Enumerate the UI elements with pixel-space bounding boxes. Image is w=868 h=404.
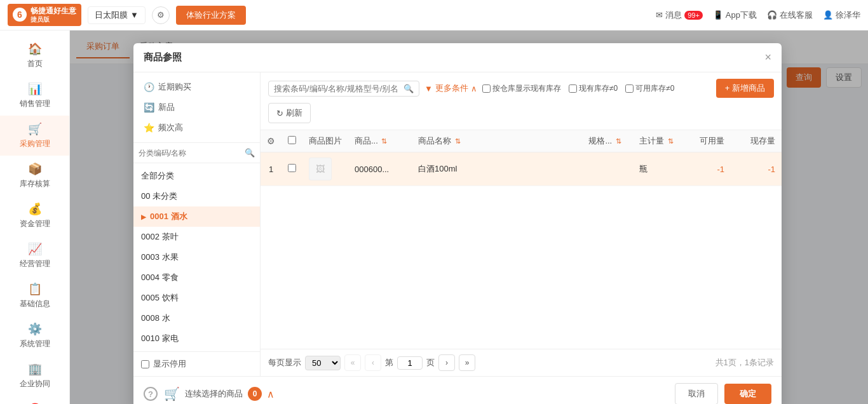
category-item-tea[interactable]: 0002 茶叶 [133, 227, 260, 247]
product-search-input[interactable] [274, 84, 401, 93]
sidebar-item-finance[interactable]: 💰 资金管理 [0, 196, 69, 236]
row-name-cell: 白酒100ml [412, 152, 582, 186]
table-header: ⚙ 商品图片 商品... [261, 130, 782, 152]
table-header-row: ⚙ 商品图片 商品... [261, 130, 782, 152]
logo-sub-text: 捷员版 [31, 16, 76, 24]
category-item-all[interactable]: 全部分类 [133, 166, 260, 186]
page-size-select[interactable]: 50 20 100 [305, 356, 341, 370]
col-spec-header[interactable]: 规格... ⇅ [582, 130, 633, 152]
category-search-icon[interactable]: 🔍 [245, 148, 255, 158]
check-warehouse-input[interactable] [482, 84, 491, 93]
refresh-button[interactable]: ↻ 刷新 [268, 103, 311, 123]
sidebar-item-system[interactable]: ⚙️ 系统管理 [0, 316, 69, 356]
sidebar-label-finance: 资金管理 [20, 219, 50, 229]
sidebar: 🏠 首页 📊 销售管理 🛒 采购管理 📦 库存核算 💰 资金管理 📈 经营管理 … [0, 30, 70, 404]
sidebar-item-purchase[interactable]: 🛒 采购管理 [0, 116, 69, 156]
search-submit-icon[interactable]: 🔍 [403, 84, 414, 93]
more-filters-button[interactable]: ▼ 更多条件 ∧ [424, 83, 477, 94]
sidebar-item-sales[interactable]: 📊 销售管理 [0, 76, 69, 116]
settings-button[interactable]: ⚙ [152, 6, 170, 24]
sidebar-label-system: 系统管理 [20, 339, 50, 349]
display-disabled-checkbox[interactable] [141, 360, 149, 368]
sidebar-label-purchase: 采购管理 [20, 138, 50, 149]
cart-collapse-icon[interactable]: ∧ [267, 388, 275, 400]
last-page-icon: » [465, 358, 470, 367]
table-settings-icon[interactable]: ⚙ [267, 136, 275, 146]
page-suffix: 页 [426, 357, 435, 368]
prev-page-button[interactable]: ‹ [365, 354, 381, 371]
cancel-button[interactable]: 取消 [675, 383, 718, 404]
pagination-bar: 每页显示 50 20 100 « ‹ 第 [261, 349, 782, 376]
row-unit-value: 瓶 [639, 164, 648, 173]
sidebar-label-enterprise: 企业协同 [20, 379, 50, 389]
modal-close-button[interactable]: × [764, 51, 771, 64]
message-icon: ✉ [656, 10, 663, 20]
category-item-beverage[interactable]: 0005 饮料 [133, 288, 260, 308]
product-table: ⚙ 商品图片 商品... [261, 130, 782, 186]
user-menu[interactable]: 👤 徐泽华 [823, 10, 860, 21]
current-page-input[interactable] [397, 356, 423, 370]
col-image-label: 商品图片 [309, 136, 342, 145]
confirm-button[interactable]: 确定 [724, 384, 771, 404]
new-icon: 🔄 [144, 102, 154, 112]
sidebar-item-guide[interactable]: 🎯 新手引导 [0, 396, 69, 404]
category-label-all: 全部分类 [141, 170, 174, 182]
message-badge: 99+ [684, 11, 703, 20]
sidebar-item-inventory[interactable]: 📦 库存核算 [0, 156, 69, 196]
sidebar-item-home[interactable]: 🏠 首页 [0, 36, 69, 76]
check-current-label: 现有库存≠0 [579, 83, 618, 94]
sort-icon-code: ⇅ [381, 137, 387, 145]
col-unit-header[interactable]: 主计量 ⇅ [633, 130, 680, 152]
category-item-fruit[interactable]: 0003 水果 [133, 247, 260, 267]
user-name: 徐泽华 [836, 10, 860, 21]
row-checkbox-cell [281, 152, 302, 186]
product-reference-modal: 商品参照 × 🕐 近期购买 🔄 新 [133, 43, 782, 404]
check-current-input[interactable] [569, 84, 577, 93]
sidebar-item-enterprise[interactable]: 🏢 企业协同 [0, 356, 69, 396]
refresh-icon: ↻ [276, 109, 283, 118]
check-available-input[interactable] [625, 84, 634, 93]
cart-label: 连续选择的商品 [185, 388, 243, 400]
check-available-stock[interactable]: 可用库存≠0 [625, 83, 674, 94]
check-current-stock[interactable]: 现有库存≠0 [569, 83, 618, 94]
category-search-input[interactable] [139, 149, 242, 158]
category-arrow-icon: ▶ [141, 213, 146, 220]
col-name-header[interactable]: 商品名称 ⇅ [412, 130, 582, 152]
message-button[interactable]: ✉ 消息 99+ [656, 10, 703, 21]
quick-access-list: 🕐 近期购买 🔄 新品 ⭐ 频次高 [139, 77, 255, 137]
display-disabled-section: 显示停用 [133, 351, 260, 376]
category-label-tea: 0002 茶叶 [141, 231, 179, 243]
category-item-unclassified[interactable]: 00 未分类 [133, 186, 260, 206]
filter-icon: ▼ [424, 84, 433, 93]
product-image-placeholder-icon: 🖼 [316, 164, 325, 174]
quick-item-frequent[interactable]: ⭐ 频次高 [139, 118, 255, 137]
col-image-header: 商品图片 [302, 130, 348, 152]
check-warehouse-stock[interactable]: 按仓库显示现有库存 [482, 83, 561, 94]
row-checkbox[interactable] [288, 164, 296, 172]
check-available-label: 可用库存≠0 [635, 83, 674, 94]
category-item-water[interactable]: 0008 水 [133, 308, 260, 328]
first-page-button[interactable]: « [344, 354, 361, 371]
category-item-appliance[interactable]: 0010 家电 [133, 328, 260, 349]
table-row[interactable]: 1 🖼 [261, 152, 782, 186]
row-available-cell: -1 [680, 152, 731, 186]
category-label-snacks: 0004 零食 [141, 272, 179, 283]
next-page-button[interactable]: › [438, 354, 455, 371]
col-settings: ⚙ [261, 130, 281, 152]
col-code-header[interactable]: 商品... ⇅ [348, 130, 412, 152]
app-download-button[interactable]: 📱 App下载 [713, 10, 757, 21]
online-service-button[interactable]: 🎧 在线客服 [767, 10, 813, 21]
sidebar-item-basic-info[interactable]: 📋 基础信息 [0, 276, 69, 316]
category-item-snacks[interactable]: 0004 零食 [133, 267, 260, 288]
sidebar-item-operations[interactable]: 📈 经营管理 [0, 236, 69, 276]
quick-item-new[interactable]: 🔄 新品 [139, 98, 255, 117]
experience-plan-button[interactable]: 体验行业方案 [176, 6, 246, 25]
quick-item-recent[interactable]: 🕐 近期购买 [139, 77, 255, 97]
help-icon-button[interactable]: ? [144, 387, 158, 401]
store-dropdown[interactable]: 日太阳膜 ▼ [88, 6, 146, 24]
add-product-button[interactable]: + 新增商品 [716, 79, 774, 98]
select-all-checkbox[interactable] [288, 136, 296, 144]
category-item-liquor[interactable]: ▶ 0001 酒水 [133, 206, 260, 227]
row-stock-cell: -1 [731, 152, 782, 186]
last-page-button[interactable]: » [459, 354, 475, 371]
